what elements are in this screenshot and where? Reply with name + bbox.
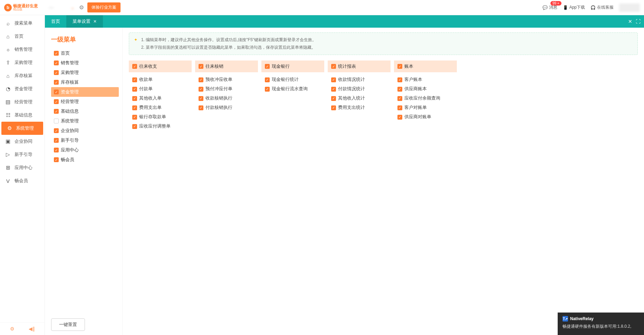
primary-menu-item[interactable]: ✓经营管理: [51, 97, 119, 106]
submenu-item[interactable]: ✓预付冲应付单: [199, 84, 254, 94]
checkbox-icon[interactable]: ✓: [397, 64, 402, 69]
checkbox-icon[interactable]: ✓: [132, 77, 137, 82]
checkbox-icon[interactable]: ✓: [132, 87, 137, 92]
checkbox-icon[interactable]: ✓: [132, 105, 137, 110]
nav-item-4[interactable]: ⌂库存核算: [0, 69, 45, 82]
checkbox-icon[interactable]: ✓: [199, 96, 203, 101]
checkbox-icon[interactable]: ✓: [54, 51, 59, 56]
reset-button[interactable]: 一键重置: [51, 318, 85, 331]
checkbox-icon[interactable]: ✓: [54, 90, 59, 94]
checkbox-icon[interactable]: ✓: [54, 80, 59, 85]
primary-menu-item[interactable]: ✓销售管理: [51, 58, 119, 68]
gear-icon[interactable]: ⚙: [79, 4, 84, 11]
tenant-selector[interactable]: — ⌄: [49, 5, 74, 10]
submenu-item[interactable]: ✓付款情况统计: [331, 84, 387, 94]
submenu-item[interactable]: ✓收款单: [132, 75, 188, 84]
nav-item-2[interactable]: ⟐销售管理: [0, 43, 45, 56]
submenu-item[interactable]: ✓应收应付调整单: [132, 122, 188, 131]
nav-item-5[interactable]: ◔资金管理: [0, 82, 45, 95]
checkbox-icon[interactable]: ✓: [54, 61, 59, 65]
checkbox-icon[interactable]: ✓: [265, 77, 270, 82]
primary-menu-item[interactable]: ✓新手引导: [51, 136, 119, 145]
submenu-item[interactable]: ✓付款核销执行: [199, 103, 254, 112]
submenu-item[interactable]: ✓客户对账单: [397, 103, 453, 112]
checkbox-icon[interactable]: ✓: [54, 109, 59, 114]
submenu-item[interactable]: ✓银行存取款单: [132, 112, 188, 122]
primary-menu-item[interactable]: ✓资金管理: [51, 87, 119, 97]
submenu-item[interactable]: ✓供应商账本: [397, 84, 453, 94]
nav-item-6[interactable]: ▤经营管理: [0, 95, 45, 109]
checkbox-icon[interactable]: ✓: [331, 77, 336, 82]
checkbox-icon[interactable]: ✓: [331, 87, 336, 92]
checkbox-icon[interactable]: ✓: [331, 105, 336, 110]
checkbox-icon[interactable]: ✓: [54, 70, 59, 75]
primary-menu-item[interactable]: ✓应用中心: [51, 145, 119, 155]
checkbox-icon[interactable]: ✓: [132, 124, 137, 129]
close-all-tabs-icon[interactable]: ✕: [628, 19, 632, 24]
checkbox-icon[interactable]: ✓: [397, 115, 402, 120]
checkbox-icon[interactable]: ✓: [54, 119, 59, 123]
checkbox-icon[interactable]: ✓: [132, 64, 137, 69]
primary-menu-item[interactable]: ✓系统管理: [51, 116, 119, 126]
checkbox-icon[interactable]: ✓: [199, 77, 203, 82]
nav-item-9[interactable]: ▣企业协同: [0, 135, 45, 148]
checkbox-icon[interactable]: ✓: [132, 115, 137, 120]
checkbox-icon[interactable]: ✓: [397, 87, 402, 92]
fullscreen-icon[interactable]: ⛶: [636, 19, 641, 24]
checkbox-icon[interactable]: ✓: [397, 105, 402, 110]
checkbox-icon[interactable]: ✓: [54, 138, 59, 143]
submenu-item[interactable]: ✓供应商对账单: [397, 112, 453, 122]
nav-item-10[interactable]: ▷新手引导: [0, 148, 45, 161]
submenu-item[interactable]: ✓付款单: [132, 84, 188, 94]
collapse-nav-icon[interactable]: ◀‖: [29, 326, 35, 332]
submenu-item[interactable]: ✓预收冲应收单: [199, 75, 254, 84]
checkbox-icon[interactable]: ✓: [199, 105, 203, 110]
nav-item-3[interactable]: ⇪采购管理: [0, 56, 45, 69]
app-download-button[interactable]: 📱 App下载: [563, 4, 585, 10]
checkbox-icon[interactable]: ✓: [331, 64, 336, 69]
primary-menu-item[interactable]: ✓采购管理: [51, 68, 119, 77]
primary-menu-item[interactable]: ✓首页: [51, 48, 119, 58]
menu-group-header[interactable]: ✓往来收支: [129, 61, 192, 72]
menu-group-header[interactable]: ✓现金银行: [261, 61, 324, 72]
checkbox-icon[interactable]: ✓: [265, 64, 270, 69]
online-support-button[interactable]: 🎧 在线客服: [590, 4, 614, 10]
tab-menu-settings[interactable]: 菜单设置 ✕: [66, 15, 103, 28]
menu-group-header[interactable]: ✓账本: [394, 61, 457, 72]
checkbox-icon[interactable]: ✓: [199, 64, 203, 69]
submenu-item[interactable]: ✓现金银行流水查询: [265, 84, 321, 94]
submenu-item[interactable]: ✓其他收入统计: [331, 94, 387, 103]
settings-footer-icon[interactable]: ⚙: [10, 326, 15, 332]
close-icon[interactable]: ✕: [93, 19, 97, 24]
checkbox-icon[interactable]: ✓: [54, 148, 59, 152]
messages-button[interactable]: 💬 消息 99 +: [542, 4, 557, 10]
primary-menu-item[interactable]: ✓畅会员: [51, 155, 119, 165]
nav-item-7[interactable]: ☷基础信息: [0, 109, 45, 122]
submenu-item[interactable]: ✓现金银行统计: [265, 75, 321, 84]
submenu-item[interactable]: ✓客户账本: [397, 75, 453, 84]
nav-item-8[interactable]: ⚙系统管理: [1, 122, 43, 135]
checkbox-icon[interactable]: ✓: [331, 96, 336, 101]
checkbox-icon[interactable]: ✓: [397, 96, 402, 101]
checkbox-icon[interactable]: ✓: [54, 128, 59, 133]
nav-item-0[interactable]: ⌕搜索菜单: [0, 17, 45, 30]
primary-menu-item[interactable]: ✓企业协同: [51, 126, 119, 136]
update-toast[interactable]: T↗ NativeRelay 畅捷通硬件服务有新版本可用:1.8.0.2,: [558, 313, 644, 335]
primary-menu-item[interactable]: ✓基础信息: [51, 106, 119, 116]
nav-item-11[interactable]: ⊞应用中心: [0, 161, 45, 174]
menu-group-header[interactable]: ✓往来核销: [195, 61, 258, 72]
checkbox-icon[interactable]: ✓: [54, 157, 59, 162]
primary-menu-item[interactable]: ✓库存核算: [51, 77, 119, 87]
checkbox-icon[interactable]: ✓: [265, 87, 270, 92]
nav-item-12[interactable]: V畅会员: [0, 174, 45, 187]
nav-item-1[interactable]: ⌂首页: [0, 30, 45, 43]
menu-group-header[interactable]: ✓统计报表: [328, 61, 391, 72]
checkbox-icon[interactable]: ✓: [199, 87, 203, 92]
submenu-item[interactable]: ✓收款情况统计: [331, 75, 387, 84]
try-plan-button[interactable]: 体验行业方案: [87, 2, 121, 12]
submenu-item[interactable]: ✓费用支出统计: [331, 103, 387, 112]
submenu-item[interactable]: ✓费用支出单: [132, 103, 188, 112]
submenu-item[interactable]: ✓其他收入单: [132, 94, 188, 103]
checkbox-icon[interactable]: ✓: [397, 77, 402, 82]
tab-home[interactable]: 首页: [45, 15, 66, 28]
